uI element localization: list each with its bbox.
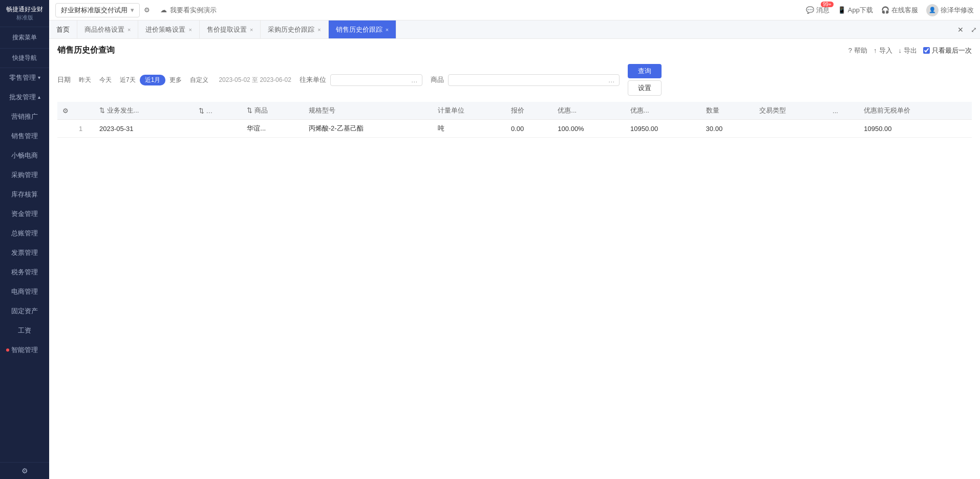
page-header: 销售历史价查询 ? 帮助 ↑ 导入 ↓ 导出 只看最后一次 xyxy=(49,39,980,60)
app-download-action[interactable]: 📱 App下载 xyxy=(838,6,873,15)
date-btn-last1m[interactable]: 近1月 xyxy=(140,75,166,85)
date-btn-custom[interactable]: 自定义 xyxy=(186,75,212,85)
chevron-down-icon: ▾ xyxy=(131,6,134,14)
sidebar-quick-nav[interactable]: 快捷导航 xyxy=(0,49,49,68)
message-icon: 💬 xyxy=(806,6,814,14)
tab-close-icon[interactable]: × xyxy=(250,27,253,33)
tab-close-icon[interactable]: × xyxy=(386,27,389,33)
date-btn-today[interactable]: 今天 xyxy=(95,75,116,85)
th-gear[interactable]: ⚙ xyxy=(57,102,74,120)
topbar: 好业财标准版交付试用 ▾ ⚙ ☁ 我要看实例演示 💬 消息 99+ 📱 App下… xyxy=(49,0,980,20)
last-only-checkbox-label[interactable]: 只看最后一次 xyxy=(923,46,972,55)
online-service-action[interactable]: 🎧 在线客服 xyxy=(881,6,918,15)
sidebar-item-wholesale[interactable]: 批发管理 ▴ xyxy=(0,88,49,107)
tab-sales-history[interactable]: 销售历史价跟踪 × xyxy=(329,20,396,38)
sidebar-item-label: 小畅电商 xyxy=(11,151,38,160)
th-biz-date[interactable]: ⇅ 业务发生... xyxy=(94,102,194,120)
mobile-icon: 📱 xyxy=(838,6,846,14)
td-price: 0.00 xyxy=(506,120,552,138)
tab-close-icon[interactable]: × xyxy=(317,27,321,33)
app-name: 畅捷通好业财 xyxy=(4,5,45,14)
sidebar-item-label: 采购管理 xyxy=(11,170,38,180)
export-link[interactable]: ↓ 导出 xyxy=(899,46,918,55)
customer-picker-icon[interactable]: … xyxy=(411,76,418,84)
window-close-btn[interactable]: ✕ xyxy=(954,24,967,36)
td-no: 1 xyxy=(74,120,94,138)
sidebar-item-invoice[interactable]: 发票管理 xyxy=(0,243,49,263)
product-picker-icon[interactable]: … xyxy=(608,76,615,84)
tab-product-price[interactable]: 商品价格设置 × xyxy=(77,20,138,38)
sidebar-item-marketing[interactable]: 营销推广 xyxy=(0,107,49,126)
import-icon: ↑ xyxy=(874,47,877,54)
sidebar-item-purchase[interactable]: 采购管理 xyxy=(0,165,49,185)
demo-link[interactable]: ☁ 我要看实例演示 xyxy=(160,6,217,15)
product-filter-group: 商品 … xyxy=(431,74,620,86)
settings-button[interactable]: 设置 xyxy=(628,80,662,96)
action-buttons: 查询 设置 xyxy=(628,64,662,96)
app-subtitle: 标准版 xyxy=(4,14,45,21)
query-button[interactable]: 查询 xyxy=(628,64,662,78)
th-spec: 规格型号 xyxy=(304,102,433,120)
sidebar-item-tax[interactable]: 税务管理 xyxy=(0,263,49,282)
date-btn-more[interactable]: 更多 xyxy=(165,75,186,85)
th-discount1: 优惠... xyxy=(552,102,625,120)
tab-purchase-history[interactable]: 采购历史价跟踪 × xyxy=(261,20,328,38)
tabs-bar: 首页 商品价格设置 × 进价策略设置 × 售价提取设置 × 采购历史价跟踪 × … xyxy=(49,20,980,39)
sidebar-item-fixed-assets[interactable]: 固定资产 xyxy=(0,301,49,321)
sidebar-item-salary[interactable]: 工资 xyxy=(0,321,49,340)
sidebar-item-label: 总账管理 xyxy=(11,229,38,238)
product-input-wrapper: … xyxy=(448,74,620,86)
sidebar-logo: 畅捷通好业财 标准版 xyxy=(0,0,49,27)
tab-close-icon[interactable]: × xyxy=(127,27,131,33)
tab-label: 销售历史价跟踪 xyxy=(336,25,382,34)
page-content: 销售历史价查询 ? 帮助 ↑ 导入 ↓ 导出 只看最后一次 xyxy=(49,39,980,479)
sidebar-item-finance[interactable]: 资金管理 xyxy=(0,204,49,224)
last-only-checkbox[interactable] xyxy=(923,47,930,54)
chevron-up-icon: ▴ xyxy=(38,94,40,100)
date-btn-last7[interactable]: 近7天 xyxy=(116,75,140,85)
quick-nav-label[interactable]: 快捷导航 xyxy=(0,51,49,66)
sidebar-item-label: 电商管理 xyxy=(11,287,38,296)
tab-label: 售价提取设置 xyxy=(207,25,247,34)
sidebar-item-inventory[interactable]: 库存核算 xyxy=(0,185,49,204)
tab-close-icon[interactable]: × xyxy=(188,27,191,33)
product-input[interactable] xyxy=(453,76,606,84)
sidebar-item-retail[interactable]: 零售管理 ▾ xyxy=(0,68,49,88)
sidebar-search[interactable]: 搜索菜单 xyxy=(0,27,49,49)
date-btn-yesterday[interactable]: 昨天 xyxy=(75,75,95,85)
window-maximize-btn[interactable]: ⤢ xyxy=(968,24,980,36)
sidebar-item-ecommerce-small[interactable]: 小畅电商 xyxy=(0,146,49,165)
sidebar: 畅捷通好业财 标准版 搜索菜单 快捷导航 零售管理 ▾ 批发管理 ▴ 营销推广 … xyxy=(0,0,49,479)
th-product[interactable]: ⇅ 商品 xyxy=(242,102,303,120)
tab-purchase-strategy[interactable]: 进价策略设置 × xyxy=(138,20,199,38)
gear-icon: ⚙ xyxy=(62,107,69,115)
tab-home[interactable]: 首页 xyxy=(49,20,77,38)
customer-input[interactable] xyxy=(335,76,409,84)
sidebar-item-smart[interactable]: 智能管理 xyxy=(0,340,49,360)
message-action[interactable]: 💬 消息 99+ xyxy=(806,6,829,15)
table-header-row: ⚙ ⇅ 业务发生... ⇅ … ⇅ 商品 xyxy=(57,102,972,120)
sidebar-item-label: 工资 xyxy=(18,326,31,335)
import-link[interactable]: ↑ 导入 xyxy=(874,46,892,55)
help-link[interactable]: ? 帮助 xyxy=(848,46,867,55)
table-row[interactable]: 1 2023-05-31 华谊... 丙烯酸-2-乙基己酯 吨 0.00 100… xyxy=(57,120,972,138)
date-buttons: 昨天 今天 近7天 近1月 更多 自定义 xyxy=(75,75,212,85)
avatar-icon: 👤 xyxy=(929,7,936,13)
user-action[interactable]: 👤 徐泽华修改 xyxy=(926,4,974,16)
sidebar-item-label: 固定资产 xyxy=(11,307,38,316)
tab-sale-price-extract[interactable]: 售价提取设置 × xyxy=(200,20,261,38)
sidebar-item-label: 零售管理 xyxy=(9,73,36,82)
th-more1[interactable]: ⇅ … xyxy=(194,102,242,120)
sidebar-item-ledger[interactable]: 总账管理 xyxy=(0,224,49,243)
app-selector[interactable]: 好业财标准版交付试用 ▾ xyxy=(55,3,140,17)
search-menu-label[interactable]: 搜索菜单 xyxy=(4,31,45,44)
sidebar-item-label: 销售管理 xyxy=(11,132,38,141)
sidebar-item-ecommerce[interactable]: 电商管理 xyxy=(0,282,49,301)
td-trade-type xyxy=(754,120,827,138)
app-settings-icon[interactable]: ⚙ xyxy=(144,6,150,14)
message-badge: 99+ xyxy=(821,2,834,7)
sidebar-item-label: 批发管理 xyxy=(9,93,36,102)
sidebar-item-sales[interactable]: 销售管理 xyxy=(0,126,49,146)
settings-gear-icon[interactable]: ⚙ xyxy=(22,467,28,475)
sort-icon: ⇅ xyxy=(247,106,252,114)
